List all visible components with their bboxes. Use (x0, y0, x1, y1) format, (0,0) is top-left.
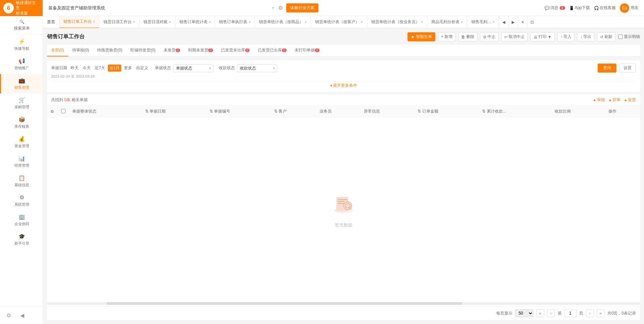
tab-close-icon[interactable]: × (421, 20, 423, 24)
tab-close-icon[interactable]: × (493, 20, 495, 24)
show-detail-checkbox[interactable] (618, 35, 622, 39)
sidebar-item-finance[interactable]: 💰 资金管理 (0, 132, 43, 152)
prev-page-button[interactable]: ‹ (547, 309, 555, 317)
sidebar-item-quick-nav[interactable]: ⚡ 快捷导航 (0, 35, 43, 54)
delete-button[interactable]: 🗑 删除 (458, 32, 477, 41)
tab-close-icon[interactable]: × (305, 20, 307, 24)
date-option-more[interactable]: 更多 (123, 65, 133, 72)
tab-home[interactable]: 首页 (43, 16, 59, 28)
sub-tab-not-shipped[interactable]: 未发货0 (160, 45, 184, 56)
page-size-select[interactable]: 50 10 20 100 (515, 309, 533, 317)
sidebar-item-search[interactable]: 🔍 搜索菜单 (0, 16, 43, 35)
tab-close-all[interactable]: ✕ (518, 16, 527, 28)
sub-tab-shipped-out[interactable]: 已发货已出库0 (254, 45, 291, 56)
smart-generate-button[interactable]: ★ 智能生单 (407, 32, 435, 41)
col-number[interactable]: ⇅ 单据编号 (206, 106, 271, 117)
sidebar-item-sales[interactable]: 💼 销售管理 (0, 74, 43, 93)
col-ratio[interactable]: 收款比例 (551, 106, 605, 117)
col-collected[interactable]: ⇅ 累计收款... (479, 106, 551, 117)
sidebar-item-system[interactable]: ⚙ 系统管理 (0, 191, 43, 210)
first-page-button[interactable]: « (536, 309, 544, 317)
sidebar-settings-button[interactable]: ⚙ (3, 310, 14, 321)
settings-icon[interactable]: ⚙ (278, 5, 283, 11)
refresh-button[interactable]: ↺ 刷新 (597, 32, 615, 41)
tab-close-icon[interactable]: × (361, 20, 363, 24)
col-date[interactable]: ⇅ 单据日期 (142, 106, 206, 117)
status-select[interactable]: 单据状态 (173, 64, 213, 72)
cancel-review-action[interactable]: ● 弃审 (609, 97, 620, 103)
next-page-button[interactable]: › (586, 309, 594, 317)
tab-sales-staff[interactable]: 销货单统计表（按业务员） × (367, 16, 427, 28)
scrollbar-thumb[interactable] (106, 302, 462, 305)
sidebar-item-guide[interactable]: 🎓 新手引导 (0, 230, 43, 249)
export-button[interactable]: ↓ 导出 (577, 32, 594, 41)
col-status[interactable]: 单据整体状态 (69, 106, 142, 117)
sidebar-item-marketing[interactable]: 📢 营销推广 (0, 54, 43, 74)
app-download-button[interactable]: 📱 App下载 (569, 5, 590, 11)
set-button[interactable]: 设置 (619, 64, 636, 73)
date-option-yesterday[interactable]: 昨天 (69, 65, 80, 72)
sidebar-item-operations[interactable]: 📊 经营管理 (0, 152, 43, 171)
tab-cash-reconcile[interactable]: 钱货日清对账 × (139, 16, 175, 28)
print-button[interactable]: 🖨 打印 ▼ (530, 32, 555, 41)
sub-tab-pending-pickup[interactable]: 待拣货验货(0) (93, 45, 126, 56)
sidebar-item-purchase[interactable]: 🛒 采购管理 (0, 93, 43, 113)
tab-close-icon[interactable]: × (169, 20, 171, 24)
horizontal-scrollbar[interactable] (47, 302, 640, 305)
date-option-today[interactable]: 今天 (81, 65, 92, 72)
stop-button[interactable]: ⊘ 中止 (480, 32, 499, 41)
message-button[interactable]: 💬 消息 6 (545, 5, 565, 11)
sidebar-collapse-button[interactable]: ◀ (17, 310, 28, 321)
select-all-checkbox[interactable] (61, 109, 66, 113)
tab-sales-stats[interactable]: 销售订单统计表 × (175, 16, 215, 28)
sidebar-item-enterprise[interactable]: 🏢 企业协同 (0, 210, 43, 230)
cancel-stop-button[interactable]: ↩ 取消中止 (501, 32, 528, 41)
dropdown-arrow-icon[interactable]: ▼ (271, 6, 275, 10)
sidebar-item-inventory[interactable]: 📦 库存核算 (0, 113, 43, 132)
date-option-custom[interactable]: 自定义 (135, 65, 149, 72)
last-page-button[interactable]: » (597, 309, 605, 317)
sidebar-item-basic-info[interactable]: 📋 基础信息 (0, 171, 43, 191)
col-customer[interactable]: ⇅ 客户 (271, 106, 316, 117)
tab-cash-daily[interactable]: 钱货日清工作台 × (99, 16, 139, 28)
date-option-1month[interactable]: 近1月 (108, 65, 122, 72)
col-salesperson[interactable]: 业务员 (316, 106, 360, 117)
col-exception[interactable]: 异常信息 (360, 106, 414, 117)
query-button[interactable]: 查询 (598, 64, 616, 73)
page-number-input[interactable] (564, 309, 576, 317)
show-detail-checkbox-label[interactable]: 显示明细 (618, 34, 640, 40)
tab-nav-prev[interactable]: ◀ (499, 16, 508, 28)
expand-filter-button[interactable]: ▾ 展开更多条件 (330, 83, 357, 88)
add-button[interactable]: + 新增 (438, 32, 456, 41)
tab-sales-customer[interactable]: 销货单统计表（按客户） × (311, 16, 367, 28)
tab-sales-exec[interactable]: 销售订单执行表 × (215, 16, 255, 28)
col-settings[interactable]: ⚙ (47, 106, 58, 117)
review-action[interactable]: ● 审核 (593, 97, 605, 103)
payment-select[interactable]: 收款状态 (237, 64, 277, 72)
tab-sales-gross[interactable]: 销售毛利… × (467, 16, 499, 28)
experience-button[interactable]: 体验行业方案 (286, 3, 318, 12)
tab-sales-order-workbench[interactable]: 销售订单工作台 × (59, 16, 99, 28)
sub-tab-pending-review[interactable]: 待审核(0) (68, 45, 93, 56)
date-option-7days[interactable]: 近7天 (93, 65, 106, 72)
tab-gross-profit[interactable]: 商品毛利分析表 × (427, 16, 467, 28)
tab-close-icon[interactable]: × (133, 20, 135, 24)
tab-close-icon[interactable]: × (249, 20, 251, 24)
col-amount[interactable]: ⇅ 订单金额 (414, 106, 479, 117)
sub-tab-overdue-not-shipped[interactable]: 到期未发货0 (184, 45, 217, 56)
col-checkbox[interactable] (58, 106, 69, 117)
tab-expand[interactable]: ⊡ (527, 16, 536, 28)
sub-tab-not-printed[interactable]: 未打印单据0 (291, 45, 324, 56)
sub-tab-shipped-not-out[interactable]: 已发货未出库0 (217, 45, 254, 56)
tab-close-icon[interactable]: × (93, 20, 95, 24)
tab-close-icon[interactable]: × (461, 20, 463, 24)
import-button[interactable]: ↑ 导入 (557, 32, 574, 41)
sub-tab-all[interactable]: 全部(0) (47, 45, 68, 56)
online-service-button[interactable]: 🎧 在线客服 (594, 5, 616, 11)
tab-close-icon[interactable]: × (209, 20, 211, 24)
tab-sales-product[interactable]: 销货单统计表（按商品） × (255, 16, 311, 28)
ship-action[interactable]: ● 发货 (625, 97, 636, 103)
user-button[interactable]: Ea 用友 (620, 3, 639, 13)
tab-nav-next[interactable]: ▶ (508, 16, 518, 28)
sub-tab-wangpu-ship[interactable]: 旺铺待发货(0) (126, 45, 160, 56)
